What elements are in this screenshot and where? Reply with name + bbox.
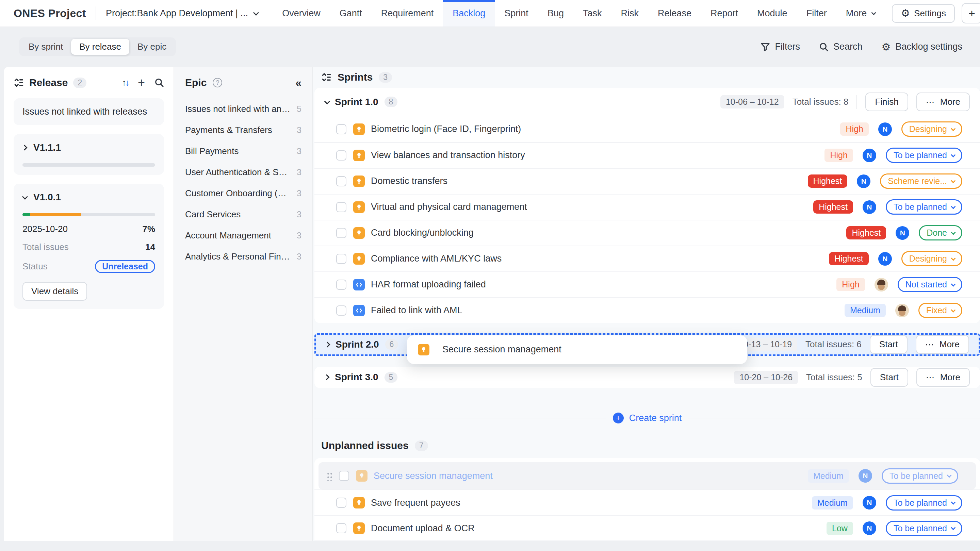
status-dropdown[interactable]: To be planned	[886, 521, 962, 536]
sprint-1-header[interactable]: Sprint 1.0 8 10-06 – 10-12 Total issues:…	[314, 88, 980, 116]
tab-report[interactable]: Report	[701, 0, 748, 27]
issue-title[interactable]: View balances and transaction history	[371, 150, 525, 160]
issue-row[interactable]: Failed to link with AML Medium Fixed	[314, 297, 980, 323]
epic-item-bill-payments[interactable]: Bill Payments3	[174, 140, 312, 162]
issue-row[interactable]: Biometric login (Face ID, Fingerprint) H…	[314, 116, 980, 142]
project-selector[interactable]: Project:Bank App Development | ...	[106, 0, 258, 27]
issue-checkbox[interactable]	[336, 254, 347, 264]
mode-by-sprint[interactable]: By sprint	[21, 39, 71, 55]
issue-title[interactable]: Virtual and physical card management	[371, 202, 527, 212]
issue-title[interactable]: Failed to link with AML	[371, 305, 463, 316]
tab-gantt[interactable]: Gantt	[330, 0, 372, 27]
start-sprint-button[interactable]: Start	[870, 368, 908, 387]
epic-item-unlinked[interactable]: Issues not linked with an epics5	[174, 98, 312, 119]
issue-title[interactable]: Biometric login (Face ID, Fingerprint)	[371, 124, 521, 134]
issue-title[interactable]: Document upload & OCR	[371, 523, 475, 534]
assignee-avatar[interactable]: N	[862, 200, 876, 214]
tab-task[interactable]: Task	[573, 0, 611, 27]
assignee-avatar[interactable]: N	[862, 149, 876, 162]
status-dropdown[interactable]: To be planned	[886, 148, 962, 163]
release-card-v111[interactable]: V1.1.1	[14, 134, 164, 175]
issue-row[interactable]: Save frequent payees Medium N To be plan…	[314, 489, 980, 515]
tab-bug[interactable]: Bug	[538, 0, 573, 27]
add-release-button[interactable]: +	[138, 76, 145, 89]
release-v111-header[interactable]: V1.1.1	[22, 142, 155, 153]
issue-title[interactable]: Compliance with AML/KYC laws	[371, 253, 501, 264]
start-sprint-button[interactable]: Start	[870, 335, 907, 354]
release-v101-header[interactable]: V1.0.1	[22, 192, 155, 203]
mode-by-release[interactable]: By release	[71, 39, 129, 55]
app-logo[interactable]: ONES Project	[14, 0, 86, 27]
epic-item-user-auth-security[interactable]: User Authentication & Security3	[174, 162, 312, 183]
assignee-avatar[interactable]: N	[862, 496, 876, 510]
epic-item-analytics-finance[interactable]: Analytics & Personal Finance3	[174, 246, 312, 267]
status-dropdown[interactable]: To be planned	[886, 495, 962, 511]
sprint-3-card[interactable]: Sprint 3.0 5 10-20 – 10-26 Total issues:…	[314, 367, 980, 388]
assignee-avatar[interactable]: N	[896, 226, 909, 240]
issue-row[interactable]: Virtual and physical card management Hig…	[314, 194, 980, 220]
issue-title[interactable]: Domestic transfers	[371, 176, 447, 186]
mode-by-epic[interactable]: By epic	[129, 39, 175, 55]
status-dropdown[interactable]: Fixed	[918, 303, 962, 318]
user-avatar[interactable]	[895, 304, 909, 318]
assignee-avatar[interactable]: N	[857, 175, 870, 188]
issue-checkbox[interactable]	[336, 228, 347, 238]
tab-module[interactable]: Module	[748, 0, 797, 27]
issue-checkbox[interactable]	[336, 498, 347, 508]
status-dropdown[interactable]: Scheme revie...	[880, 173, 962, 189]
help-icon[interactable]: ?	[213, 78, 222, 87]
issue-checkbox[interactable]	[336, 202, 347, 212]
tab-risk[interactable]: Risk	[611, 0, 648, 27]
issue-row-drag-source[interactable]: Secure session management Medium N To be…	[318, 462, 976, 489]
sort-icon[interactable]: ↑↓	[122, 78, 128, 88]
status-dropdown[interactable]: To be planned	[886, 199, 962, 214]
issue-row[interactable]: Domestic transfers Highest N Scheme revi…	[314, 168, 980, 194]
settings-button[interactable]: ⚙ Settings	[892, 4, 955, 23]
issue-row[interactable]: HAR format uploading failed High Not sta…	[314, 272, 980, 297]
epic-item-customer-onboarding[interactable]: Customer Onboarding (KYC)3	[174, 183, 312, 204]
issue-title[interactable]: Card blocking/unblocking	[371, 227, 474, 238]
status-dropdown[interactable]: To be planned	[882, 468, 958, 484]
drag-handle-icon[interactable]	[327, 471, 333, 481]
assignee-avatar[interactable]: N	[862, 521, 876, 535]
issue-row[interactable]: Card blocking/unblocking Highest N Done	[314, 220, 980, 246]
epic-item-payments-transfers[interactable]: Payments & Transfers3	[174, 119, 312, 140]
finish-sprint-button[interactable]: Finish	[865, 92, 908, 111]
tab-backlog[interactable]: Backlog	[443, 0, 495, 27]
sprint-2-drop-target[interactable]: Sprint 2.0 6 Secure session management 1…	[314, 333, 980, 356]
issue-checkbox[interactable]	[339, 471, 349, 481]
epic-item-card-services[interactable]: Card Services3	[174, 204, 312, 225]
sprint-2-more-button[interactable]: ⋯More	[916, 335, 969, 354]
backlog-settings-button[interactable]: ⚙ Backlog settings	[881, 41, 962, 52]
tab-sprint[interactable]: Sprint	[495, 0, 538, 27]
status-dropdown[interactable]: Designing	[901, 251, 962, 266]
filters-button[interactable]: Filters	[760, 41, 800, 52]
sprint-3-more-button[interactable]: ⋯More	[916, 368, 970, 387]
create-sprint-button[interactable]: + Create sprint	[613, 413, 682, 424]
user-avatar[interactable]	[875, 278, 888, 292]
status-dropdown[interactable]: Not started	[898, 277, 962, 292]
issue-checkbox[interactable]	[336, 176, 347, 186]
status-dropdown[interactable]: Done	[919, 225, 962, 240]
tab-more[interactable]: More	[837, 0, 885, 27]
issue-title[interactable]: Save frequent payees	[371, 498, 460, 508]
issue-checkbox[interactable]	[336, 124, 347, 134]
issue-checkbox[interactable]	[336, 279, 347, 290]
assignee-avatar[interactable]: N	[859, 469, 872, 483]
issue-row[interactable]: Compliance with AML/KYC laws Highest N D…	[314, 246, 980, 272]
dragged-issue-card[interactable]: Secure session management	[407, 335, 747, 364]
tab-release[interactable]: Release	[648, 0, 701, 27]
add-button[interactable]: +	[962, 3, 980, 24]
epic-item-account-management[interactable]: Account Management3	[174, 225, 312, 246]
search-release-icon[interactable]	[154, 78, 164, 87]
search-button[interactable]: Search	[819, 41, 862, 52]
tab-filter[interactable]: Filter	[797, 0, 837, 27]
issue-checkbox[interactable]	[336, 150, 347, 160]
collapse-panel-icon[interactable]: «	[295, 77, 301, 88]
sprint-1-more-button[interactable]: ⋯More	[916, 92, 970, 111]
issue-row[interactable]: Document upload & OCR Low N To be planne…	[314, 515, 980, 541]
assignee-avatar[interactable]: N	[878, 122, 892, 136]
release-card-v101[interactable]: V1.0.1 2025-10-20 7% Total issues 14 Sta…	[14, 184, 164, 309]
issue-row[interactable]: View balances and transaction history Hi…	[314, 142, 980, 168]
issue-title[interactable]: HAR format uploading failed	[371, 279, 486, 290]
